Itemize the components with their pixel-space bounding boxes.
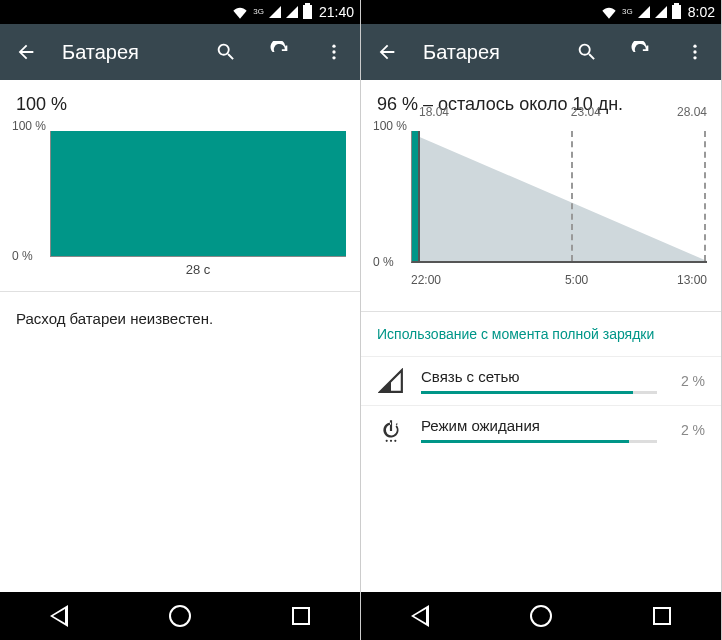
wifi-icon	[601, 5, 617, 19]
x-tick-2: 13:00	[677, 273, 707, 287]
page-title: Батарея	[62, 41, 190, 64]
svg-point-10	[394, 440, 396, 442]
page-title: Батарея	[423, 41, 551, 64]
svg-marker-6	[418, 136, 707, 261]
usage-item-idle[interactable]: Режим ожидания 2 %	[361, 405, 721, 454]
status-bar: 3G 21:40	[0, 0, 360, 24]
app-bar: Батарея	[0, 24, 360, 80]
search-button[interactable]	[208, 34, 244, 70]
y-label-top: 100 %	[373, 119, 407, 133]
usage-item-percent: 2 %	[681, 422, 705, 438]
power-icon	[377, 416, 405, 444]
back-button[interactable]	[8, 34, 44, 70]
chart-container[interactable]: 100 % 0 % 28 с	[0, 125, 360, 281]
phone-right: 3G 8:02 Батарея 96 % – осталось около 10…	[361, 0, 722, 640]
battery-icon	[672, 5, 681, 19]
usage-item-cell-signal[interactable]: Связь с сетью 2 %	[361, 356, 721, 405]
battery-percent-header: 96 % – осталось около 10 дн.	[361, 80, 721, 125]
y-label-top: 100 %	[12, 119, 46, 133]
usage-item-label: Связь с сетью	[421, 368, 657, 385]
status-time: 8:02	[688, 4, 715, 20]
usage-bar	[421, 391, 657, 394]
signal-icon-2	[655, 6, 667, 18]
nav-back-button[interactable]	[50, 605, 68, 627]
nav-home-button[interactable]	[530, 605, 552, 627]
signal-icon-2	[286, 6, 298, 18]
overflow-button[interactable]	[677, 34, 713, 70]
nav-back-button[interactable]	[411, 605, 429, 627]
usage-item-body: Связь с сетью	[421, 368, 657, 394]
grid-line	[704, 131, 706, 261]
network-3g-label: 3G	[622, 8, 633, 16]
chart-plot-area	[411, 131, 707, 263]
nav-bar	[0, 592, 360, 640]
battery-forecast-chart: 100 % 0 % 18.04 23.04 28.04 22:00 5:00	[411, 125, 707, 295]
usage-unknown-text: Расход батареи неизвестен.	[0, 292, 360, 345]
network-3g-label: 3G	[253, 8, 264, 16]
usage-list: Связь с сетью 2 % Режим ожидания 2 %	[361, 356, 721, 454]
svg-point-9	[390, 440, 392, 442]
svg-point-1	[332, 50, 335, 53]
svg-point-8	[386, 440, 388, 442]
nav-recents-button[interactable]	[653, 607, 671, 625]
svg-point-3	[693, 45, 696, 48]
nav-recents-button[interactable]	[292, 607, 310, 625]
nav-home-button[interactable]	[169, 605, 191, 627]
svg-point-0	[332, 45, 335, 48]
overflow-button[interactable]	[316, 34, 352, 70]
grid-line	[571, 131, 573, 261]
wifi-icon	[232, 5, 248, 19]
usage-bar-fill	[421, 440, 629, 443]
back-button[interactable]	[369, 34, 405, 70]
search-button[interactable]	[569, 34, 605, 70]
battery-percent-header: 100 %	[0, 80, 360, 125]
date-label-0: 18.04	[419, 105, 449, 119]
signal-icon	[638, 6, 650, 18]
usage-bar-fill	[421, 391, 633, 394]
usage-item-percent: 2 %	[681, 373, 705, 389]
signal-icon	[269, 6, 281, 18]
battery-icon	[303, 5, 312, 19]
status-time: 21:40	[319, 4, 354, 20]
svg-point-2	[332, 56, 335, 59]
refresh-button[interactable]	[262, 34, 298, 70]
usage-item-label: Режим ожидания	[421, 417, 657, 434]
app-bar: Батарея	[361, 24, 721, 80]
usage-item-body: Режим ожидания	[421, 417, 657, 443]
content: 96 % – осталось около 10 дн. 100 % 0 % 1…	[361, 80, 721, 592]
x-tick-0: 22:00	[411, 273, 441, 287]
battery-chart: 100 % 0 % 28 с	[50, 125, 346, 275]
x-tick-1: 5:00	[565, 273, 588, 287]
refresh-button[interactable]	[623, 34, 659, 70]
svg-point-5	[693, 56, 696, 59]
usage-since-charge-link[interactable]: Использование с момента полной зарядки	[361, 312, 721, 356]
status-bar: 3G 8:02	[361, 0, 721, 24]
date-label-1: 23.04	[571, 105, 601, 119]
phone-left: 3G 21:40 Батарея 100 % 100 % 0 % 28 с	[0, 0, 361, 640]
x-label: 28 с	[50, 262, 346, 277]
usage-bar	[421, 440, 657, 443]
cell-signal-icon	[377, 367, 405, 395]
content: 100 % 100 % 0 % 28 с Расход батареи неиз…	[0, 80, 360, 592]
y-label-bottom: 0 %	[373, 255, 394, 269]
chart-plot-area	[50, 131, 346, 257]
y-label-bottom: 0 %	[12, 249, 33, 263]
nav-bar	[361, 592, 721, 640]
now-marker	[412, 131, 418, 261]
svg-point-4	[693, 50, 696, 53]
date-label-2: 28.04	[677, 105, 707, 119]
chart-container[interactable]: 100 % 0 % 18.04 23.04 28.04 22:00 5:00	[361, 125, 721, 301]
